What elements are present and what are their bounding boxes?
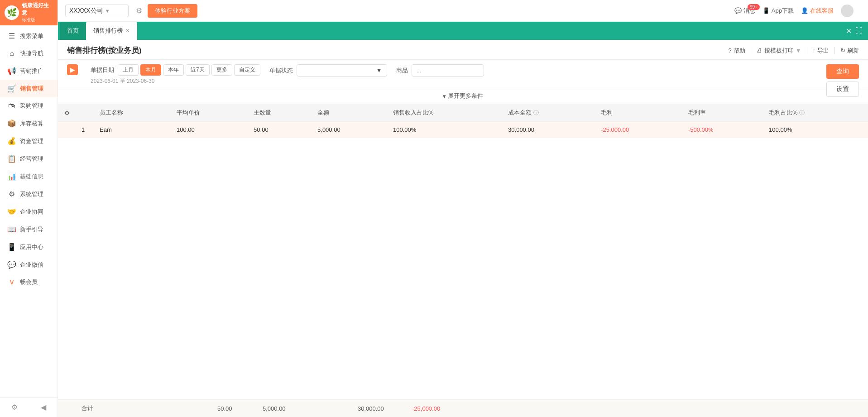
sidebar-item-inventory[interactable]: 📦 库存核算: [0, 115, 58, 132]
logo-text-block: 畅康通好生意 标准版: [22, 2, 53, 23]
date-btn-custom[interactable]: 自定义: [234, 64, 260, 76]
query-btn[interactable]: 查询: [826, 64, 859, 79]
sidebar-item-guide[interactable]: 📖 新手引导: [0, 220, 58, 238]
date-btn-more[interactable]: 更多: [211, 64, 232, 76]
home-icon: ⌂: [7, 49, 16, 58]
sidebar-item-member[interactable]: V 畅会员: [0, 273, 58, 291]
service-icon: 👤: [801, 7, 808, 14]
sidebar-settings-btn[interactable]: ⚙: [11, 403, 18, 412]
sidebar-collapse-btn[interactable]: ◀: [41, 403, 46, 412]
sidebar-item-label: 新手引导: [20, 225, 43, 234]
filter-collapse-btn[interactable]: ▶: [67, 64, 78, 75]
help-icon: ?: [728, 47, 731, 54]
table-wrapper: ⚙ 员工名称 平均单价 主数量 全额 销售收入占比% 成本全额 ⓘ 毛利 毛利率…: [58, 104, 868, 138]
date-range: 2023-06-01 至 2023-06-30: [91, 77, 260, 85]
tab-close-icon[interactable]: ✕: [125, 28, 130, 34]
td-rank: 1: [76, 122, 94, 138]
app-download-btn[interactable]: 📱 App下载: [762, 7, 794, 15]
user-avatar[interactable]: [841, 5, 854, 17]
sidebar-item-label: 快捷导航: [20, 49, 43, 58]
main-area: XXXXX公司 ▼ ⚙ 体验行业方案 💬 消息 99+ 📱 App下载 👤 在线…: [58, 0, 868, 417]
th-profit-pct: 毛利占比% ⓘ: [763, 104, 868, 122]
sidebar-item-label: 库存核算: [20, 120, 43, 128]
print-label: 按模板打印: [764, 47, 794, 55]
tab-close-all-icon[interactable]: ✕: [846, 27, 852, 35]
sales-icon: 🛒: [7, 84, 16, 93]
page-title-row: 销售排行榜(按业务员) ? 帮助 🖨 按模板打印 ▼ ↑: [67, 45, 859, 59]
profit-pct-info-icon[interactable]: ⓘ: [799, 110, 805, 116]
logo-title: 畅康通好生意: [22, 2, 53, 16]
export-btn[interactable]: ↑ 导出: [813, 47, 830, 55]
tab-sales-rank[interactable]: 销售排行榜 ✕: [86, 22, 137, 40]
sidebar-item-purchase[interactable]: 🛍 采购管理: [0, 97, 58, 115]
th-cost: 成本全额 ⓘ: [503, 104, 595, 122]
footer-amount: 5,000.00: [263, 405, 308, 412]
sidebar-item-basic[interactable]: 📊 基础信息: [0, 168, 58, 185]
status-label: 单据状态: [269, 67, 293, 75]
date-buttons: 上月 本月 本年 近7天 更多 自定义: [118, 64, 260, 76]
operation-icon: 📋: [7, 154, 16, 163]
date-btn-this-year[interactable]: 本年: [163, 64, 184, 76]
goods-input[interactable]: ...: [412, 64, 484, 77]
help-btn[interactable]: ? 帮助: [728, 47, 745, 55]
th-rank: [76, 104, 94, 122]
th-settings[interactable]: ⚙: [58, 104, 76, 122]
topbar-settings-icon[interactable]: ⚙: [136, 6, 142, 15]
refresh-btn[interactable]: ↻ 刷新: [840, 47, 859, 55]
sidebar-item-quicknav[interactable]: ⌂ 快捷导航: [0, 45, 58, 62]
sidebar-item-search[interactable]: ☰ 搜索菜单: [0, 27, 58, 45]
cost-info-icon[interactable]: ⓘ: [533, 110, 539, 116]
sidebar-item-finance[interactable]: 💰 资金管理: [0, 132, 58, 150]
tab-home[interactable]: 首页: [60, 22, 86, 40]
sidebar-item-label: 经营管理: [20, 155, 43, 163]
status-select[interactable]: ▼: [297, 64, 387, 77]
table-footer-wrapper: 合计 50.00 5,000.00 30,000.00 -25,000.00: [58, 399, 868, 417]
tab-home-label: 首页: [67, 27, 79, 35]
table-section: ⚙ 员工名称 平均单价 主数量 全额 销售收入占比% 成本全额 ⓘ 毛利 毛利率…: [58, 104, 868, 399]
goods-filter: 商品 ...: [396, 64, 484, 77]
topbar-right: 💬 消息 99+ 📱 App下载 👤 在线客服: [734, 5, 861, 17]
sidebar-item-sales[interactable]: 🛒 销售管理: [0, 80, 58, 97]
tab-expand-icon[interactable]: ⛶: [855, 27, 863, 35]
expand-more-btn[interactable]: ▾ 展开更多条件: [443, 92, 483, 100]
sidebar-item-label: 资金管理: [20, 137, 43, 145]
export-icon: ↑: [813, 47, 816, 54]
refresh-label: 刷新: [847, 47, 859, 55]
sidebar-item-weixin[interactable]: 💬 企业微信: [0, 256, 58, 273]
footer-label: 合计: [82, 404, 172, 412]
print-btn[interactable]: 🖨 按模板打印 ▼: [757, 47, 801, 55]
settings-btn[interactable]: 设置: [826, 81, 859, 97]
sidebar: 🌿 畅康通好生意 标准版 ☰ 搜索菜单 ⌂ 快捷导航 📢 营销推广 🛒 销售管理…: [0, 0, 58, 417]
message-icon: 💬: [734, 7, 742, 14]
member-icon: V: [7, 279, 16, 286]
message-badge: 99+: [748, 4, 760, 10]
print-dropdown-icon[interactable]: ▼: [796, 47, 801, 54]
sidebar-item-marketing[interactable]: 📢 营销推广: [0, 62, 58, 80]
date-filter: 单据日期 上月 本月 本年 近7天 更多 自定义: [91, 64, 260, 76]
sidebar-item-label: 营销推广: [20, 67, 43, 75]
search-menu-icon: ☰: [7, 32, 16, 40]
help-label: 帮助: [734, 47, 745, 55]
page-actions: ? 帮助 🖨 按模板打印 ▼ ↑ 导出: [728, 47, 859, 55]
sidebar-item-operation[interactable]: 📋 经营管理: [0, 150, 58, 168]
sidebar-logo: 🌿 畅康通好生意 标准版: [0, 0, 58, 25]
goods-placeholder: ...: [417, 67, 422, 74]
weixin-icon: 💬: [7, 260, 16, 269]
expand-label: 展开更多条件: [448, 92, 483, 100]
page-header: 销售排行榜(按业务员) ? 帮助 🖨 按模板打印 ▼ ↑: [58, 40, 868, 60]
sidebar-item-apps[interactable]: 📱 应用中心: [0, 238, 58, 256]
date-btn-last-month[interactable]: 上月: [118, 64, 139, 76]
date-btn-7days[interactable]: 近7天: [186, 64, 210, 76]
company-selector[interactable]: XXXXX公司 ▼: [65, 5, 129, 17]
online-service-btn[interactable]: 👤 在线客服: [801, 7, 834, 15]
tabbar: 首页 销售排行榜 ✕ ✕ ⛶: [58, 22, 868, 40]
sidebar-item-system[interactable]: ⚙ 系统管理: [0, 185, 58, 203]
sidebar-item-enterprise[interactable]: 🤝 企业协同: [0, 203, 58, 220]
date-btn-this-month[interactable]: 本月: [140, 64, 161, 76]
message-btn[interactable]: 💬 消息 99+: [734, 7, 755, 15]
td-settings-col: [58, 122, 76, 138]
table-body: 1Eam100.0050.005,000.00100.00%30,000.00-…: [58, 122, 868, 138]
td-name: Eam: [94, 122, 171, 138]
table-row: 1Eam100.0050.005,000.00100.00%30,000.00-…: [58, 122, 868, 138]
trial-btn[interactable]: 体验行业方案: [148, 4, 197, 18]
